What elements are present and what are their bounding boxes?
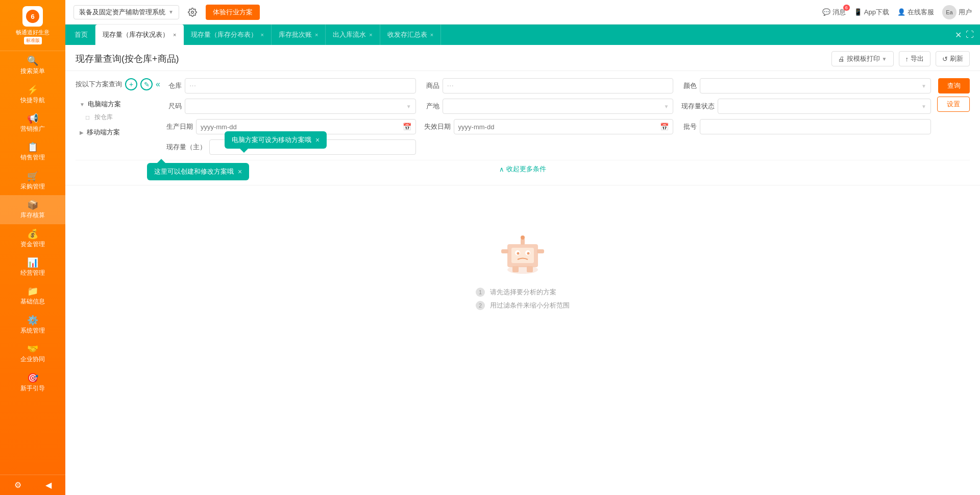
empty-state-step-2: 2 用过滤条件来缩小分析范围	[476, 301, 570, 310]
sidebar-footer: ⚙ ◀	[0, 475, 65, 495]
online-support-label: 在线客服	[908, 8, 934, 17]
scheme-pc-group[interactable]: ▼ 电脑端方案	[76, 98, 160, 111]
sidebar-item-sales[interactable]: 📋 销售管理	[0, 137, 65, 166]
svg-rect-12	[501, 249, 508, 253]
topbar-online-support[interactable]: 👤 在线客服	[897, 8, 934, 17]
warehouse-input[interactable]: ···	[185, 78, 416, 93]
empty-state: 1 请先选择要分析的方案 2 用过滤条件来缩小分析范围	[65, 185, 980, 355]
tab-home[interactable]: 首页	[67, 25, 95, 45]
color-input[interactable]: ▼	[700, 78, 931, 93]
filter-field-stock-status: 现存量状态 ▼	[681, 99, 931, 114]
sidebar-item-marketing[interactable]: 📢 营销推广	[0, 109, 65, 137]
sidebar-item-inventory[interactable]: 📦 库存核算	[0, 195, 65, 224]
collapse-btn[interactable]: ∧ 收起更多条件	[499, 164, 546, 174]
expire-date-field[interactable]	[458, 123, 660, 131]
print-label: 按模板打印	[847, 54, 880, 63]
sidebar-item-label-inventory: 库存核算	[20, 211, 45, 219]
sidebar-settings-btn[interactable]: ⚙	[14, 480, 21, 490]
svg-rect-10	[512, 266, 519, 272]
search-menu-icon: 🔍	[27, 56, 38, 65]
topbar: 装备及固定资产辅助管理系统 ▼ 体验行业方案 💬 消息 6 📱 App下载 👤 …	[65, 0, 980, 25]
messages-badge: 6	[843, 5, 850, 11]
sidebar-collapse-btn[interactable]: ◀	[45, 480, 52, 490]
sidebar-item-label-operations: 经营管理	[20, 269, 45, 276]
tab-inventory-dist-label: 现存量（库存分布表）	[191, 30, 257, 39]
size-input[interactable]: ▼	[185, 99, 416, 114]
svg-point-9	[527, 252, 530, 255]
content-area: 现存量查询(按仓库+商品) 🖨 按模板打印 ▼ ↑ 导出 ↺ 刷新	[65, 45, 980, 495]
warehouse-more-icon: ···	[189, 81, 196, 90]
sidebar-item-enterprise[interactable]: 🤝 企业协同	[0, 339, 65, 368]
tab-in-out-flow[interactable]: 出入库流水 ×	[326, 25, 380, 45]
topbar-messages[interactable]: 💬 消息 6	[822, 8, 846, 17]
tooltip-pc-close-btn[interactable]: ×	[315, 136, 320, 144]
quick-nav-icon: ⚡	[27, 85, 38, 95]
filter-field-batch-no: 批号	[681, 119, 931, 134]
tab-recv-send-summary-close-icon[interactable]: ×	[430, 32, 433, 38]
filter-field-color: 颜色 ▼	[681, 78, 931, 93]
print-icon: 🖨	[838, 55, 845, 63]
settings-btn[interactable]: 设置	[937, 97, 970, 112]
warehouse-scheme-icon: □	[86, 114, 89, 121]
sidebar-item-quick-nav[interactable]: ⚡ 快捷导航	[0, 80, 65, 109]
sidebar-item-search-menu[interactable]: 🔍 搜索菜单	[0, 51, 65, 80]
tab-close-all-icon[interactable]: ✕	[955, 30, 962, 40]
scheme-pc-item-warehouse[interactable]: □ 按仓库	[76, 111, 160, 124]
edit-scheme-btn[interactable]: ✎	[140, 78, 153, 90]
tab-batch-account-close-icon[interactable]: ×	[315, 32, 318, 38]
scheme-tree: ▼ 电脑端方案 □ 按仓库 ▶ 移动端方案	[76, 98, 160, 139]
sidebar-item-basic[interactable]: 📁 基础信息	[0, 281, 65, 310]
filter-label: 按以下方案查询	[76, 80, 122, 89]
sidebar-item-finance[interactable]: 💰 资金管理	[0, 224, 65, 253]
expire-date-input[interactable]: 📅	[454, 119, 674, 134]
topbar-settings-btn[interactable]	[185, 5, 200, 19]
tab-recv-send-summary[interactable]: 收发存汇总表 ×	[380, 25, 441, 45]
scheme-mobile-group[interactable]: ▶ 移动端方案	[76, 126, 160, 139]
sidebar-item-purchase[interactable]: 🛒 采购管理	[0, 167, 65, 195]
warehouse-label: 仓库	[166, 81, 182, 90]
collapse-label: 收起更多条件	[506, 164, 546, 174]
origin-label: 产地	[424, 102, 439, 111]
experience-btn[interactable]: 体验行业方案	[206, 5, 260, 20]
tab-inventory-dist-close-icon[interactable]: ×	[260, 32, 263, 38]
batch-no-field[interactable]	[704, 123, 926, 131]
prod-date-field[interactable]	[201, 123, 403, 131]
back-arrow-icon[interactable]: «	[156, 80, 160, 89]
stock-status-dropdown-icon: ▼	[921, 104, 926, 109]
stock-qty-label: 现存量（主）	[166, 143, 206, 152]
add-scheme-btn[interactable]: +	[125, 78, 137, 90]
enterprise-icon: 🤝	[27, 344, 38, 353]
tabbar-right-controls: ✕ ⛶	[955, 30, 978, 40]
sidebar-item-newbie[interactable]: 🎯 新手引导	[0, 368, 65, 397]
app-selector[interactable]: 装备及固定资产辅助管理系统 ▼	[74, 5, 179, 19]
sidebar-item-label-purchase: 采购管理	[20, 183, 45, 190]
tab-in-out-flow-close-icon[interactable]: ×	[369, 32, 372, 38]
goods-input[interactable]: ···	[443, 78, 674, 93]
tab-batch-account[interactable]: 库存批次账 ×	[272, 25, 326, 45]
stock-qty-to-field[interactable]	[318, 144, 411, 151]
search-btn[interactable]: 查询	[938, 78, 970, 93]
purchase-icon: 🛒	[27, 172, 38, 181]
step-2-num: 2	[476, 301, 485, 310]
tab-inventory-dist[interactable]: 现存量（库存分布表） ×	[184, 25, 271, 45]
origin-input[interactable]: ▼	[443, 99, 674, 114]
tooltip-create-close-btn[interactable]: ×	[238, 168, 242, 176]
export-btn[interactable]: ↑ 导出	[899, 51, 931, 66]
print-btn[interactable]: 🖨 按模板打印 ▼	[831, 51, 894, 66]
refresh-btn[interactable]: ↺ 刷新	[936, 51, 970, 66]
stock-status-input[interactable]: ▼	[718, 99, 931, 114]
tab-maximize-icon[interactable]: ⛶	[966, 30, 974, 39]
topbar-app-download[interactable]: 📱 App下载	[854, 8, 889, 17]
sidebar-item-label-basic: 基础信息	[20, 298, 45, 305]
batch-no-input[interactable]	[700, 119, 931, 134]
tooltip-create: 这里可以创建和修改方案哦 ×	[147, 163, 249, 180]
inventory-icon: 📦	[27, 200, 38, 209]
topbar-user[interactable]: Ea 用户	[942, 5, 972, 19]
tab-inventory-status[interactable]: 现存量（库存状况表） ×	[95, 25, 184, 45]
sidebar-item-operations[interactable]: 📊 经营管理	[0, 253, 65, 281]
sidebar-item-system[interactable]: ⚙️ 系统管理	[0, 311, 65, 339]
page-title: 现存量查询(按仓库+商品)	[76, 53, 179, 65]
tab-inventory-status-close-icon[interactable]: ×	[173, 32, 176, 38]
sales-icon: 📋	[27, 143, 38, 152]
scheme-mobile-label: 移动端方案	[87, 128, 120, 137]
